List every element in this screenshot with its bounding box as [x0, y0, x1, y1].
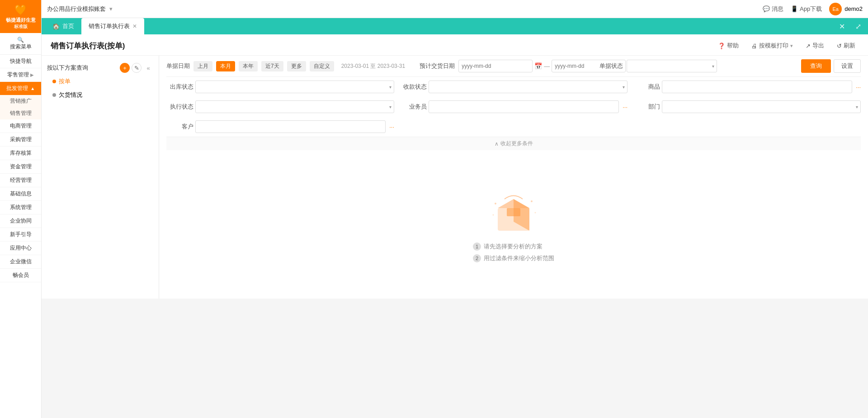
topbar-dropdown-icon[interactable]: ▾ — [109, 5, 113, 12]
sidebar-item-retail[interactable]: 零售管理 ▶ — [0, 68, 41, 82]
expand-icon: ⤢ — [855, 22, 861, 31]
svg-point-4 — [495, 203, 496, 204]
message-icon: 💬 — [763, 5, 770, 12]
date-btn-this-year[interactable]: 本年 — [239, 61, 258, 71]
dept-select[interactable] — [662, 100, 861, 113]
add-icon: + — [123, 65, 127, 71]
avatar: Ea — [829, 3, 842, 15]
search-button[interactable]: 查询 — [801, 59, 831, 73]
sidebar-item-basics[interactable]: 基础信息 — [0, 187, 41, 201]
edit-plan-button[interactable]: ✎ — [132, 63, 142, 73]
execution-status-select-wrapper: ▾ — [195, 100, 394, 113]
sidebar-sub-marketing[interactable]: 营销推广 — [0, 95, 41, 107]
dept-select-wrapper: ▾ — [662, 100, 861, 113]
filter-row-4: 客户 ··· — [166, 117, 861, 137]
topbar-right: 💬 消息 📱 App下载 Ea demo2 — [763, 3, 863, 15]
filter-section: 单据日期 上月 本月 本年 近7天 更多 自定义 2023-03-01 至 20… — [159, 56, 868, 154]
goods-input[interactable] — [662, 81, 852, 93]
refresh-button[interactable]: ↺ 刷新 — [833, 40, 859, 52]
help-button[interactable]: ❓ 帮助 — [714, 40, 742, 52]
payment-status-select-wrapper: ▾ — [429, 81, 627, 93]
sidebar-item-inventory[interactable]: 库存核算 — [0, 147, 41, 160]
execution-status-field: 执行状态 ▾ — [166, 100, 394, 113]
svg-rect-3 — [507, 208, 520, 216]
date-separator: — — [544, 63, 550, 70]
empty-tip-1: 1 请先选择要分析的方案 — [473, 242, 554, 251]
tab-sales-exec[interactable]: 销售订单执行表 ✕ — [81, 18, 144, 34]
sidebar-item-newbie[interactable]: 新手引导 — [0, 228, 41, 242]
salesperson-field: 业务员 ··· — [400, 100, 627, 113]
plan-item-by-debt[interactable]: 欠货情况 — [42, 88, 159, 102]
mobile-icon: 📱 — [791, 5, 798, 12]
app-logo[interactable]: 🧡 畅捷通好生意 标准版 — [0, 0, 41, 33]
empty-illustration — [486, 190, 541, 235]
sidebar-item-ecommerce[interactable]: 电商管理 — [0, 119, 41, 133]
expand-button[interactable]: ⤢ — [852, 20, 864, 33]
sidebar-item-finance[interactable]: 资金管理 — [0, 160, 41, 174]
calendar-icon-start[interactable]: 📅 — [534, 62, 542, 70]
refresh-icon: ↺ — [837, 43, 842, 49]
order-status-select[interactable] — [627, 60, 717, 72]
collapse-bar[interactable]: ∧ 收起更多条件 — [166, 137, 861, 150]
order-status-label: 单据状态 — [599, 62, 623, 70]
page-header-actions: ❓ 帮助 🖨 按模板打印 ▾ ↗ 导出 ↺ 刷新 — [714, 40, 859, 52]
salesperson-input[interactable] — [429, 100, 619, 113]
sidebar-item-search-menu[interactable]: 🔍 搜索菜单 — [0, 33, 41, 55]
plan-item-by-order[interactable]: 按单 — [42, 75, 159, 88]
print-dropdown-icon[interactable]: ▾ — [790, 43, 793, 49]
home-icon: 🏠 — [52, 23, 60, 30]
payment-status-select[interactable] — [429, 81, 627, 93]
app-download-button[interactable]: 📱 App下载 — [791, 5, 822, 13]
close-window-button[interactable]: ✕ — [835, 20, 848, 33]
collapse-icon: « — [146, 65, 150, 71]
tab-home[interactable]: 🏠 首页 — [45, 18, 81, 34]
sidebar-item-enterprise-wx[interactable]: 企业微信 — [0, 255, 41, 269]
goods-more-icon[interactable]: ··· — [856, 84, 861, 90]
tab-close-icon[interactable]: ✕ — [132, 23, 137, 29]
sidebar-sub-sales[interactable]: 销售管理 — [0, 107, 41, 119]
payment-status-label: 收款状态 — [400, 83, 427, 91]
sidebar-item-system[interactable]: 系统管理 — [0, 201, 41, 214]
salesperson-more-icon[interactable]: ··· — [623, 104, 627, 110]
filter-row-2: 出库状态 ▾ 收款状态 ▾ — [166, 77, 861, 97]
date-btn-custom[interactable]: 自定义 — [310, 61, 334, 71]
date-btn-this-month[interactable]: 本月 — [216, 61, 235, 71]
topbar: 办公用品行业模拟账套 ▾ 💬 消息 📱 App下载 Ea demo2 — [42, 0, 868, 18]
app-logo-sub: 标准版 — [14, 24, 28, 29]
goods-field: 商品 ··· — [633, 81, 861, 93]
tip-num-2: 2 — [473, 254, 481, 262]
export-icon: ↗ — [806, 43, 811, 49]
delivery-status-label: 出库状态 — [166, 83, 193, 91]
add-plan-button[interactable]: + — [120, 63, 130, 73]
sidebar-item-wholesale[interactable]: 批发管理 ▲ — [0, 82, 41, 95]
settings-button[interactable]: 设置 — [834, 59, 861, 73]
sidebar-item-quick-nav[interactable]: 快捷导航 — [0, 55, 41, 68]
customer-more-icon[interactable]: ··· — [389, 124, 394, 130]
export-button[interactable]: ↗ 导出 — [802, 40, 828, 52]
svg-point-7 — [535, 212, 536, 214]
message-button[interactable]: 💬 消息 — [763, 5, 783, 13]
sidebar-item-operations[interactable]: 经营管理 — [0, 174, 41, 187]
user-profile[interactable]: Ea demo2 — [829, 3, 863, 15]
delivery-date-start[interactable] — [458, 60, 533, 72]
print-button[interactable]: 🖨 按模板打印 ▾ — [748, 40, 797, 52]
execution-status-select[interactable] — [195, 100, 394, 113]
collapse-panel-button[interactable]: « — [143, 63, 153, 73]
delivery-status-select[interactable] — [195, 81, 394, 93]
sidebar-item-app-center[interactable]: 应用中心 — [0, 242, 41, 255]
sidebar: 🧡 畅捷通好生意 标准版 🔍 搜索菜单 快捷导航 零售管理 ▶ 批发管理 ▲ 营… — [0, 0, 42, 418]
sidebar-item-enterprise[interactable]: 企业协同 — [0, 214, 41, 228]
date-btn-more[interactable]: 更多 — [287, 61, 306, 71]
delivery-status-select-wrapper: ▾ — [195, 81, 394, 93]
left-panel: 按以下方案查询 + ✎ « 按单 — [42, 56, 159, 299]
payment-status-field: 收款状态 ▾ — [400, 81, 627, 93]
sidebar-item-purchase[interactable]: 采购管理 — [0, 133, 41, 147]
tabbar: 🏠 首页 销售订单执行表 ✕ ✕ ⤢ — [42, 18, 868, 34]
customer-input[interactable] — [195, 120, 386, 133]
plan-section-icons: + ✎ « — [120, 63, 153, 73]
date-btn-last-month[interactable]: 上月 — [193, 61, 212, 71]
sidebar-item-member[interactable]: 畅会员 — [0, 269, 41, 282]
date-btn-last-7[interactable]: 近7天 — [261, 61, 283, 71]
dept-field: 部门 ▾ — [633, 100, 861, 113]
tip-num-1: 1 — [473, 242, 481, 251]
